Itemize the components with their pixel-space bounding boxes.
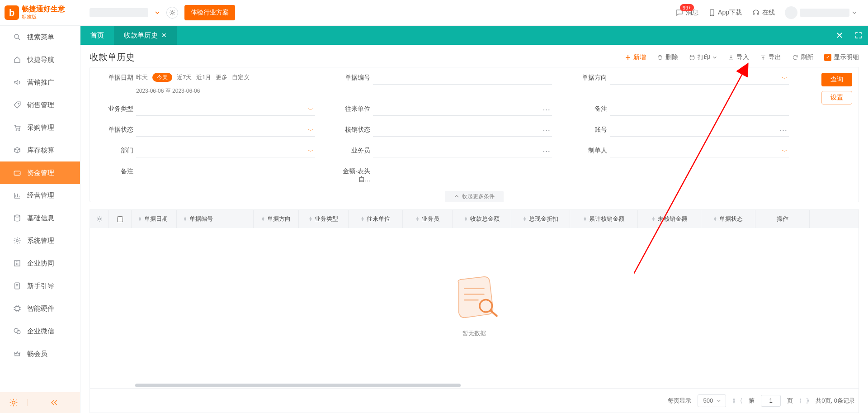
next-page-button[interactable]: ⟩: [799, 397, 802, 404]
svg-point-4: [16, 130, 17, 131]
import-button[interactable]: 导入: [728, 53, 749, 62]
date-1m[interactable]: 近1月: [196, 73, 211, 81]
brand-edition: 标准版: [22, 14, 65, 20]
gear-icon[interactable]: [96, 216, 103, 222]
print-button[interactable]: 打印: [689, 53, 717, 62]
sidebar-item-search[interactable]: 搜索菜单: [0, 26, 80, 48]
online-support-button[interactable]: 在线: [752, 9, 775, 17]
sidebar-item-label: 企业协同: [27, 259, 54, 268]
sidebar-item-speaker[interactable]: 营销推广: [0, 71, 80, 94]
th-3[interactable]: ▲▼业务类型: [299, 210, 349, 228]
sidebar-item-chart[interactable]: 经营管理: [0, 184, 80, 207]
delete-button[interactable]: 删除: [657, 53, 678, 62]
collapse-filters-button[interactable]: 收起更多条件: [445, 191, 504, 202]
sidebar-item-vip[interactable]: 畅会员: [0, 342, 80, 365]
tab-fullscreen-button[interactable]: [849, 26, 868, 45]
tab-close-all-button[interactable]: [830, 26, 849, 45]
filter-direction[interactable]: ﹀: [610, 73, 789, 85]
logo[interactable]: b 畅捷通好生意 标准版: [5, 5, 81, 20]
th-2[interactable]: ▲▼单据方向: [254, 210, 299, 228]
sidebar-item-gear[interactable]: 系统管理: [0, 229, 80, 252]
sidebar-item-wallet[interactable]: 资金管理: [0, 161, 80, 184]
org-name-placeholder: [90, 8, 148, 17]
sidebar-item-box[interactable]: 库存核算: [0, 139, 80, 161]
prev-page-button[interactable]: ⟨: [740, 397, 742, 404]
th-11[interactable]: 操作: [755, 210, 810, 228]
user-menu[interactable]: [785, 6, 857, 19]
filter-remark[interactable]: [610, 104, 789, 116]
main: 首页 收款单历史 ✕ 收款单历史 新增: [80, 26, 868, 413]
export-label: 导出: [769, 53, 781, 62]
scrollbar-thumb[interactable]: [135, 384, 461, 387]
filter-account[interactable]: ···: [610, 125, 789, 137]
filter-bill-no[interactable]: [373, 73, 552, 85]
filter-maker[interactable]: ﹀: [610, 146, 789, 157]
sidebar-item-guide[interactable]: 新手引导: [0, 275, 80, 297]
filter-bill-date[interactable]: 昨天 今天 近7天 近1月 更多 自定义 2023-06-06 至 2023-0…: [136, 73, 315, 95]
sidebar-item-db[interactable]: 基础信息: [0, 207, 80, 229]
filter-biz-type[interactable]: ﹀: [136, 104, 315, 116]
messages-button[interactable]: 99+ 消息: [675, 9, 698, 17]
sort-icon: ▲▼: [261, 217, 265, 221]
svg-point-2: [14, 34, 19, 38]
sidebar-item-company[interactable]: 企业协同: [0, 252, 80, 275]
sort-icon: ▲▼: [183, 217, 187, 221]
export-button[interactable]: 导出: [760, 53, 781, 62]
last-page-button[interactable]: ⟫: [806, 397, 809, 404]
org-settings-button[interactable]: [166, 7, 178, 19]
filter-remark2[interactable]: [136, 166, 315, 178]
first-page-button[interactable]: ⟪: [732, 397, 736, 404]
th-0[interactable]: ▲▼单据日期: [132, 210, 177, 228]
th-1[interactable]: ▲▼单据编号: [177, 210, 254, 228]
select-all-checkbox[interactable]: [117, 216, 123, 222]
refresh-icon: [792, 54, 798, 61]
date-today[interactable]: 今天: [152, 73, 172, 82]
gear-icon: [9, 398, 18, 407]
tab-home[interactable]: 首页: [80, 26, 114, 45]
sidebar-item-cart[interactable]: 采购管理: [0, 116, 80, 139]
sidebar-item-label: 新手引导: [27, 282, 54, 290]
th-6[interactable]: ▲▼收款总金额: [453, 210, 511, 228]
filter-partner[interactable]: ···: [373, 104, 552, 116]
show-detail-toggle[interactable]: ✓ 显示明细: [824, 53, 859, 62]
filter-verify-status[interactable]: ···: [373, 125, 552, 137]
sidebar-item-chip[interactable]: 智能硬件: [0, 297, 80, 320]
th-label: 总现金折扣: [529, 215, 558, 223]
th-7[interactable]: ▲▼总现金折扣: [511, 210, 570, 228]
chevron-down-icon: [717, 399, 721, 403]
try-industry-button[interactable]: 体验行业方案: [184, 5, 235, 20]
horizontal-scrollbar[interactable]: [90, 383, 859, 388]
date-custom[interactable]: 自定义: [232, 73, 250, 81]
chevron-down-icon: [712, 55, 717, 60]
date-7d[interactable]: 近7天: [177, 73, 192, 81]
page-input[interactable]: [761, 395, 781, 407]
filter-settings-button[interactable]: 设置: [821, 91, 852, 104]
app-download-button[interactable]: App下载: [708, 9, 742, 17]
th-10[interactable]: ▲▼单据状态: [701, 210, 755, 228]
sidebar-item-label: 企业微信: [27, 327, 54, 336]
filter-dept[interactable]: ﹀: [136, 146, 315, 157]
query-button[interactable]: 查询: [821, 73, 852, 86]
sidebar-collapse-button[interactable]: [27, 399, 80, 406]
refresh-button[interactable]: 刷新: [792, 53, 813, 62]
th-5[interactable]: ▲▼业务员: [403, 210, 453, 228]
filter-label-biz-type: 业务类型: [96, 104, 133, 113]
sidebar-item-home[interactable]: 快捷导航: [0, 48, 80, 71]
th-9[interactable]: ▲▼未核销金额: [638, 210, 701, 228]
filter-amount-header[interactable]: [373, 166, 552, 178]
th-4[interactable]: ▲▼往来单位: [349, 210, 403, 228]
sidebar-settings-button[interactable]: [0, 398, 27, 407]
sidebar-item-label: 采购管理: [27, 123, 54, 132]
org-selector[interactable]: [90, 7, 178, 19]
date-more[interactable]: 更多: [216, 73, 227, 81]
th-8[interactable]: ▲▼累计核销金额: [570, 210, 638, 228]
sidebar-item-wechat[interactable]: 企业微信: [0, 320, 80, 342]
close-icon[interactable]: ✕: [161, 32, 167, 39]
add-button[interactable]: 新增: [625, 53, 646, 62]
per-page-select[interactable]: 500: [698, 394, 726, 407]
sidebar-item-tag[interactable]: 销售管理: [0, 94, 80, 116]
filter-clerk[interactable]: ···: [373, 146, 552, 157]
date-yesterday[interactable]: 昨天: [136, 73, 148, 81]
filter-bill-status[interactable]: ﹀: [136, 125, 315, 137]
tab-receipt-history[interactable]: 收款单历史 ✕: [114, 26, 177, 45]
